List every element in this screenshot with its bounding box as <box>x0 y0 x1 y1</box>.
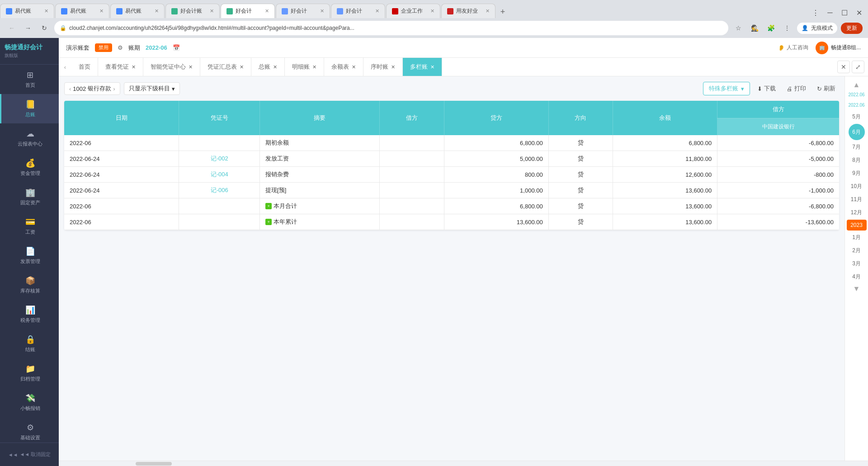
new-tab-button[interactable]: + <box>496 5 509 18</box>
minimize-button[interactable]: ─ <box>825 7 835 18</box>
extensions-icon[interactable]: 🧩 <box>764 22 777 34</box>
breadcrumb-next[interactable]: › <box>113 85 115 92</box>
month-item-2022-06-b[interactable]: 2022.06 <box>847 100 867 110</box>
profile-button[interactable]: 👤 无痕模式 <box>797 23 837 34</box>
sidebar-item-inventory[interactable]: 📦 库存核算 <box>0 270 59 300</box>
tab-close-5[interactable]: ✕ <box>265 8 269 14</box>
sidebar-item-invoice[interactable]: 📄 发票管理 <box>0 241 59 270</box>
browser-tab-4[interactable]: 好会计账 ✕ <box>165 4 220 18</box>
filter-dropdown[interactable]: 只显示下级科目 ▾ <box>124 82 180 95</box>
tab-close-1[interactable]: ✕ <box>44 8 48 14</box>
sidebar-item-home[interactable]: ⊞ 首页 <box>0 65 59 94</box>
browser-tab-6[interactable]: 好会计 ✕ <box>276 4 330 18</box>
update-button[interactable]: 更新 <box>841 23 863 34</box>
maximize-button[interactable]: ☐ <box>839 7 850 18</box>
month-item-6[interactable]: 6月 <box>849 124 865 140</box>
tab-sequential-close[interactable]: ✕ <box>391 64 395 70</box>
tab-multi-column[interactable]: 多栏账 ✕ <box>403 58 442 76</box>
close-button[interactable]: ✕ <box>854 7 864 18</box>
month-item-2023-4[interactable]: 4月 <box>847 271 867 283</box>
breadcrumb-prev[interactable]: ‹ <box>69 85 71 92</box>
month-item-2023-3[interactable]: 3月 <box>847 258 867 270</box>
panel-scroll-down[interactable]: ▼ <box>849 284 864 294</box>
bookmark-icon[interactable]: ☆ <box>732 22 745 34</box>
tab-close-7[interactable]: ✕ <box>375 8 379 14</box>
tab-detail-ledger-close[interactable]: ✕ <box>312 64 316 70</box>
tab-sequential[interactable]: 序时账 ✕ <box>363 58 403 76</box>
month-item-7[interactable]: 7月 <box>847 141 867 153</box>
sidebar-item-expense[interactable]: 💸 小畅报销 <box>0 388 59 417</box>
tab-voucher-summary-close[interactable]: ✕ <box>240 64 244 70</box>
sidebar-item-general-ledger[interactable]: 📒 总账 <box>0 94 59 123</box>
voucher-link-3[interactable]: 记-004 <box>211 171 228 178</box>
panel-expand-button[interactable]: ⤢ <box>852 61 864 73</box>
cell-voucher-3[interactable]: 记-004 <box>179 167 260 183</box>
sidebar-item-tax[interactable]: 📊 税务管理 <box>0 300 59 329</box>
unpin-button[interactable]: ◄◄ ◄◄ 取消固定 <box>4 448 55 461</box>
print-button[interactable]: 🖨 打印 <box>783 82 810 95</box>
month-item-12[interactable]: 12月 <box>847 207 867 219</box>
month-item-2023-2[interactable]: 2月 <box>847 245 867 257</box>
browser-tab-8[interactable]: 企业工作 ✕ <box>386 4 440 18</box>
sidebar-item-archive[interactable]: 📁 归档管理 <box>0 358 59 388</box>
browser-menu-icon[interactable]: ⋮ <box>781 22 793 34</box>
sidebar-item-cloud-report[interactable]: ☁ 云报表中心 <box>0 123 59 153</box>
browser-tab-7[interactable]: 好会计 ✕ <box>331 4 385 18</box>
browser-tab-9[interactable]: 用友好业 ✕ <box>441 4 495 18</box>
tab-close-2[interactable]: ✕ <box>99 8 104 14</box>
tab-close-6[interactable]: ✕ <box>320 8 324 14</box>
month-item-2022-06-a[interactable]: 2022.06 <box>847 90 867 99</box>
url-bar[interactable]: 🔒 cloud2.chanjet.com/accounting/uh26t264… <box>54 21 728 35</box>
tab-scroll-left[interactable]: ‹ <box>59 58 71 76</box>
tab-multi-column-close[interactable]: ✕ <box>430 64 434 70</box>
sidebar-item-fund-mgmt[interactable]: 💰 资金管理 <box>0 153 59 182</box>
month-item-10[interactable]: 10月 <box>847 180 867 193</box>
incognito-icon[interactable]: 🕵 <box>748 22 761 34</box>
calendar-icon[interactable]: 📅 <box>173 44 180 51</box>
voucher-link-4[interactable]: 记-006 <box>211 187 228 193</box>
settings-gear-icon[interactable]: ⚙ <box>118 44 123 51</box>
forward-button[interactable]: → <box>22 22 34 34</box>
tab-balance[interactable]: 余额表 ✕ <box>324 58 363 76</box>
special-ledger-button[interactable]: 特殊多栏账 ▾ <box>703 82 750 95</box>
tab-voucher-summary[interactable]: 凭证汇总表 ✕ <box>200 58 251 76</box>
tab-general-ledger-close[interactable]: ✕ <box>273 64 277 70</box>
browser-tab-5[interactable]: 好会计 ✕ <box>221 4 275 18</box>
month-item-9[interactable]: 9月 <box>847 167 867 179</box>
browser-tab-1[interactable]: 易代账 ✕ <box>0 4 54 18</box>
panel-scroll-up[interactable]: ▲ <box>849 80 864 90</box>
panel-close-button[interactable]: ✕ <box>837 61 850 73</box>
tab-voucher-view[interactable]: 查看凭证 ✕ <box>98 58 143 76</box>
back-button[interactable]: ← <box>5 22 18 34</box>
reload-button[interactable]: ↻ <box>38 22 51 34</box>
help-button[interactable]: 👂 人工咨询 <box>778 44 808 52</box>
refresh-button[interactable]: ↻ 刷新 <box>813 82 839 95</box>
demo-badge[interactable]: 禁用 <box>95 43 112 52</box>
browser-tab-3[interactable]: 易代账 ✕ <box>110 4 165 18</box>
tab-home[interactable]: 首页 <box>71 58 98 76</box>
sidebar-item-closing[interactable]: 🔒 结账 <box>0 329 59 358</box>
month-item-2023-1[interactable]: 1月 <box>847 231 867 244</box>
year-item-2023[interactable]: 2023 <box>847 220 867 231</box>
sidebar-item-settings[interactable]: ⚙ 基础设置 <box>0 417 59 442</box>
cell-voucher-4[interactable]: 记-006 <box>179 183 260 198</box>
tab-close-4[interactable]: ✕ <box>210 8 214 14</box>
sidebar-item-salary[interactable]: 💳 工资 <box>0 212 59 241</box>
tab-voucher-view-close[interactable]: ✕ <box>132 64 136 70</box>
download-button[interactable]: ⬇ 下载 <box>754 82 779 95</box>
tab-general-ledger[interactable]: 总账 ✕ <box>251 58 285 76</box>
voucher-link-2[interactable]: 记-002 <box>211 155 228 162</box>
month-item-8[interactable]: 8月 <box>847 154 867 166</box>
tab-close-3[interactable]: ✕ <box>155 8 159 14</box>
tab-close-8[interactable]: ✕ <box>430 8 434 14</box>
browser-tab-2[interactable]: 易代账 ✕ <box>55 4 109 18</box>
tab-detail-ledger[interactable]: 明细账 ✕ <box>285 58 324 76</box>
tab-balance-close[interactable]: ✕ <box>352 64 356 70</box>
tab-smart-voucher-close[interactable]: ✕ <box>189 64 193 70</box>
cell-voucher-2[interactable]: 记-002 <box>179 151 260 167</box>
sidebar-item-fixed-assets[interactable]: 🏢 固定资产 <box>0 182 59 212</box>
horizontal-scrollbar[interactable] <box>136 462 172 466</box>
tab-close-9[interactable]: ✕ <box>486 8 490 14</box>
month-item-5[interactable]: 5月 <box>847 111 867 123</box>
tab-smart-voucher[interactable]: 智能凭证中心 ✕ <box>143 58 200 76</box>
